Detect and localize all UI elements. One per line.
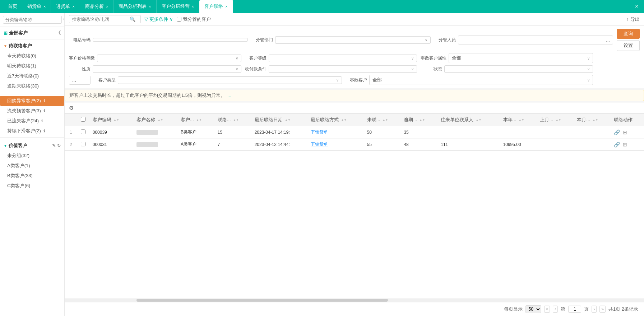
- sidebar-search-input[interactable]: [3, 16, 62, 24]
- dept-select[interactable]: ∨: [275, 36, 430, 44]
- tooltip-bar: 距客户上次交易时长，超过了此客户的平均交易周期的1.5倍，则视为异常。 ...: [65, 90, 644, 101]
- nav-customer-layer[interactable]: 客户分层经营 ×: [157, 0, 199, 13]
- last-page-button[interactable]: »: [599, 306, 606, 313]
- sidebar-tomorrow-contact[interactable]: 明天待联络(1): [0, 61, 64, 71]
- nav-home[interactable]: 首页: [3, 0, 22, 13]
- retail-customer-select[interactable]: 全部 ∨: [369, 75, 593, 85]
- col-this-year-header[interactable]: 本年... ▲▼: [500, 114, 537, 126]
- content-area: 🔍 ▽ 更多条件 ∨ 我分管的客户 ↑ 导出 电话号码: [65, 13, 644, 316]
- last-month-sort[interactable]: ▲▼: [556, 119, 561, 122]
- my-customers-checkbox[interactable]: [177, 17, 181, 22]
- name-sort[interactable]: ▲▼: [158, 119, 163, 122]
- col-last-date-header[interactable]: 最后联络日期 ▲▼: [251, 114, 307, 126]
- row2-last-way[interactable]: 下销货单: [307, 138, 363, 151]
- sidebar-overdue-contact[interactable]: 逾期未联络(30): [0, 81, 64, 91]
- row1-checkbox[interactable]: [81, 129, 85, 134]
- sidebar-class-b[interactable]: B类客户(33): [0, 171, 64, 181]
- sidebar-ungroup[interactable]: 未分组(32): [0, 151, 64, 161]
- this-month-sort[interactable]: ▲▼: [593, 119, 598, 122]
- nav-purchase[interactable]: 进货单 ×: [51, 0, 80, 13]
- query-button[interactable]: 查询: [617, 29, 640, 39]
- col-last-month-header[interactable]: 上月... ▲▼: [536, 114, 573, 126]
- row2-contact: 7: [214, 138, 251, 151]
- prev-page-button[interactable]: ‹: [553, 306, 558, 313]
- price-grade-select[interactable]: ∨: [97, 55, 241, 62]
- row2-grid-icon[interactable]: ⊞: [623, 142, 627, 147]
- col-contact-header[interactable]: 联络... ▲▼: [214, 114, 251, 126]
- type-sort[interactable]: ▲▼: [196, 119, 202, 122]
- col-contact-person-header[interactable]: 往来单位联系人 ▲▼: [437, 114, 499, 126]
- nav-customer-contact-close[interactable]: ×: [225, 4, 227, 9]
- status-select[interactable]: ∨: [444, 65, 593, 73]
- sidebar-keep-down[interactable]: 持续下滑客户(2) ℹ: [0, 126, 64, 136]
- per-page-select[interactable]: 50: [525, 305, 541, 313]
- this-year-sort[interactable]: ▲▼: [519, 119, 524, 122]
- retail-attr-select[interactable]: 全部 ∨: [449, 53, 593, 63]
- value-edit-icon[interactable]: ✎: [52, 143, 56, 148]
- sidebar-class-c[interactable]: C类客户(6): [0, 181, 64, 191]
- unread-sort[interactable]: ▲▼: [383, 119, 388, 122]
- code-sort[interactable]: ▲▼: [113, 119, 119, 122]
- export-button[interactable]: ↑ 导出: [627, 16, 640, 23]
- next-page-button[interactable]: ›: [592, 306, 597, 313]
- row1-last-way[interactable]: 下销货单: [307, 126, 363, 138]
- global-close-button[interactable]: ×: [632, 3, 641, 10]
- sidebar-7days-contact[interactable]: 近7天待联络(0): [0, 71, 64, 81]
- row1-grid-icon[interactable]: ⊞: [623, 129, 627, 135]
- nav-product-analysis-close[interactable]: ×: [106, 4, 108, 9]
- nav-product-list-close[interactable]: ×: [149, 4, 151, 9]
- last-way-sort[interactable]: ▲▼: [341, 119, 347, 122]
- col-this-month-header[interactable]: 本月... ▲▼: [573, 114, 610, 126]
- customer-grade-select[interactable]: ∨: [269, 55, 417, 62]
- sidebar-lost-risk[interactable]: 流失预警客户(3) ℹ: [0, 106, 64, 116]
- row1-last-month: [536, 126, 573, 138]
- col-name-header[interactable]: 客户名称 ▲▼: [133, 114, 177, 126]
- gender-select[interactable]: ∨: [93, 65, 241, 73]
- overdue-sort[interactable]: ▲▼: [420, 119, 425, 122]
- contact-sort[interactable]: ▲▼: [233, 119, 239, 122]
- sidebar-class-a[interactable]: A类客户(1): [0, 161, 64, 171]
- col-unread-header[interactable]: 未联... ▲▼: [363, 114, 400, 126]
- row2-link-icon[interactable]: 🔗: [614, 142, 620, 147]
- col-overdue-header[interactable]: 逾期... ▲▼: [400, 114, 437, 126]
- wait-contact-title[interactable]: ▼ 待联络客户: [0, 41, 64, 51]
- pay-condition-select[interactable]: ∨: [269, 65, 417, 73]
- value-refresh-icon[interactable]: ↻: [57, 143, 61, 148]
- nav-customer-contact[interactable]: 客户联络 ×: [199, 0, 233, 13]
- nav-purchase-close[interactable]: ×: [72, 4, 74, 9]
- first-page-button[interactable]: «: [544, 306, 550, 313]
- page-number-input[interactable]: [568, 306, 581, 313]
- value-customers-title[interactable]: ▼ 价值客户 ✎ ↻: [0, 141, 64, 151]
- manager-input[interactable]: ...: [458, 36, 613, 44]
- row1-link-icon[interactable]: 🔗: [614, 129, 620, 135]
- col-type-header[interactable]: 客户... ▲▼: [177, 114, 214, 126]
- customer-type-select[interactable]: ∨: [118, 76, 342, 84]
- contact-person-sort[interactable]: ▲▼: [476, 119, 482, 122]
- col-code-header[interactable]: 客户编码 ▲▼: [89, 114, 133, 126]
- dots-input[interactable]: ...: [69, 76, 91, 85]
- main-search-input[interactable]: [72, 17, 130, 22]
- sidebar-repurchase-abnormal[interactable]: 回购异常客户(2) ℹ: [0, 96, 64, 106]
- phone-input[interactable]: [93, 38, 248, 42]
- select-all-checkbox[interactable]: [81, 117, 85, 122]
- nav-sales-close[interactable]: ×: [43, 4, 46, 9]
- sidebar-already-lost[interactable]: 已流失客户(24) ℹ: [0, 116, 64, 126]
- sidebar: 🔍 ⊞ 全部客户 《 ▼ 待联络客户 今天待联络(0) 明天待联络(1) 近7天…: [0, 13, 65, 316]
- scroll-bar-thumb[interactable]: [136, 299, 388, 302]
- horizontal-scrollbar[interactable]: [65, 298, 644, 302]
- row2-checkbox[interactable]: [81, 142, 85, 146]
- row2-this-year: 10995.00: [500, 138, 537, 151]
- setting-button[interactable]: 设置: [617, 40, 640, 51]
- col-last-way-header[interactable]: 最后联络方式 ▲▼: [307, 114, 363, 126]
- nav-sales[interactable]: 销货单 ×: [22, 0, 51, 13]
- nav-product-analysis[interactable]: 商品分析 ×: [80, 0, 113, 13]
- last-date-sort[interactable]: ▲▼: [285, 119, 291, 122]
- my-customers-checkbox-label[interactable]: 我分管的客户: [177, 16, 211, 23]
- sidebar-collapse-icon[interactable]: 《: [56, 30, 61, 36]
- more-conditions-btn[interactable]: ▽ 更多条件 ∨: [144, 16, 173, 23]
- table-gear-icon[interactable]: ⚙: [69, 105, 74, 111]
- sidebar-today-contact[interactable]: 今天待联络(0): [0, 51, 64, 61]
- main-search-icon[interactable]: 🔍: [130, 16, 135, 22]
- nav-product-list[interactable]: 商品分析列表 ×: [113, 0, 156, 13]
- nav-customer-layer-close[interactable]: ×: [192, 4, 194, 9]
